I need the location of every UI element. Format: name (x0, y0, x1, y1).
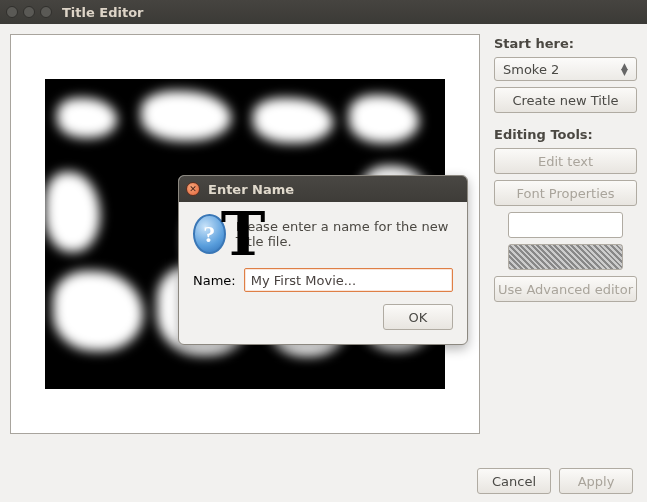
edit-text-button: Edit text (494, 148, 637, 174)
start-here-label: Start here: (494, 36, 637, 51)
close-icon[interactable]: ✕ (186, 182, 200, 196)
main-titlebar: Title Editor (0, 0, 647, 24)
name-input[interactable] (244, 268, 453, 292)
sidebar: Start here: Smoke 2 ▲▼ Create new Title … (494, 34, 637, 434)
maximize-icon[interactable] (40, 6, 52, 18)
window-title: Title Editor (62, 5, 144, 20)
preset-select[interactable]: Smoke 2 ▲▼ (494, 57, 637, 81)
dialog-title: Enter Name (208, 182, 294, 197)
editing-tools-label: Editing Tools: (494, 127, 637, 142)
create-title-button[interactable]: Create new Title (494, 87, 637, 113)
preview-text: T (221, 199, 270, 269)
chevron-updown-icon: ▲▼ (621, 63, 628, 75)
preset-value: Smoke 2 (503, 62, 559, 77)
window-controls (6, 6, 52, 18)
font-properties-button: Font Properties (494, 180, 637, 206)
name-label: Name: (193, 273, 236, 288)
background-swatch (508, 244, 623, 270)
minimize-icon[interactable] (23, 6, 35, 18)
ok-button[interactable]: OK (383, 304, 453, 330)
font-color-swatch (508, 212, 623, 238)
apply-button: Apply (559, 468, 633, 494)
close-icon[interactable] (6, 6, 18, 18)
advanced-editor-button: Use Advanced editor (494, 276, 637, 302)
cancel-button[interactable]: Cancel (477, 468, 551, 494)
dialog-footer-main: Cancel Apply (477, 468, 633, 494)
